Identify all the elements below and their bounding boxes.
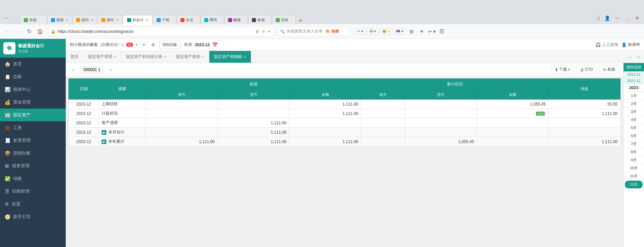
new-tab-button[interactable]: + [296,16,305,25]
tab-close-icon[interactable]: ✕ [202,55,204,59]
next-page-button[interactable]: › [107,66,114,73]
tab-close-icon[interactable]: ✕ [91,18,94,22]
grid-btn[interactable]: ⊞ [407,27,416,36]
period-month-4[interactable]: 4月 [624,116,644,124]
calendar-icon[interactable]: 📅 [212,42,218,47]
guide-icon: 🧭 [5,214,10,220]
tab-yidai-2[interactable]: 易代 ✕ [98,15,122,24]
undo-btn[interactable]: ↩ ▾ [427,27,436,36]
sidebar-item-settlement[interactable]: ✅ 结账 [0,172,66,185]
minimize-panel-button[interactable]: ─ [627,53,634,61]
period-year[interactable]: ‹ 2023 › [624,84,644,92]
tab-qiye[interactable]: 企业 [177,15,200,24]
tab-close-icon[interactable]: ✕ [66,18,68,22]
cell-orig-balance: 1,111.00 [289,137,361,146]
sidebar-item-report[interactable]: 📊 报表中心 [0,83,66,96]
tab-fixed-assets-category[interactable]: 固定资产类别 ✕ [171,51,209,63]
tab-close-icon[interactable]: ✕ [114,55,116,59]
tab-label: 易代 [107,17,114,22]
sidebar-item-invoice[interactable]: 🧾 发票管理 [0,134,66,147]
add-account-button[interactable]: + [141,42,147,48]
fullscreen-panel-button[interactable]: ⤡ [635,53,642,61]
tab-fixed-assets-mgmt[interactable]: 固定资产管理 ✕ [84,51,121,63]
sidebar-item-archive[interactable]: 🗄 归档管理 [0,185,66,198]
search-bar[interactable]: 🔍 央视更新主持人名单 🔥 热搜 [276,26,350,37]
period-month-9[interactable]: 9月 [624,156,644,164]
chevron-down-icon[interactable]: ▾ [268,29,270,34]
tab-tengxun[interactable]: 腾讯 [201,15,224,24]
tab-label: 个税 [162,17,169,22]
user-profile-button[interactable]: 👤 徐译华 [622,42,640,48]
period-month-11[interactable]: 11月 [624,172,644,180]
invoice-icon: 🧾 [5,138,10,143]
tab-zaixin[interactable]: 在线 [20,15,47,24]
scissors-btn[interactable]: ✂ ▾ [355,28,366,35]
profile-button[interactable]: 👤 [602,13,612,23]
wallet-btn[interactable]: 🐱 ▾ [380,28,392,35]
tab-fixed-assets-detail[interactable]: 固定资产明细账 ✕ [209,51,251,63]
tab-label: 在线 [29,17,37,22]
cell-orig-balance [289,118,361,128]
tab-close-icon[interactable]: ✕ [164,55,166,59]
tab-label: 首页 [70,54,78,60]
period-month-8[interactable]: 8月 [624,148,644,156]
cell-summary: 资产清理 [99,118,146,128]
sidebar-item-funds[interactable]: 💰 资金管理 [0,96,66,109]
game-btn[interactable]: 🎮 ▾ [393,28,406,35]
app-logo: 畅 [3,42,15,54]
translate-btn[interactable]: 译 ▾ [367,28,378,35]
sidebar-item-settings[interactable]: ⚙ 设置 [0,198,66,210]
sidebar-item-home[interactable]: 🏠 首页 [0,58,66,70]
sidebar-item-guide[interactable]: 🧭 新手引导 [0,210,66,223]
menu-btn[interactable]: ☰ [437,27,446,36]
tab-depreciation-stats[interactable]: 固定资产折旧统计表 ✕ [121,51,171,63]
period-month-10[interactable]: 10月 [624,164,644,172]
close-browser-button[interactable]: ✕ [633,13,642,23]
prev-page-button[interactable]: ‹ [70,66,77,73]
tab-yidai-1[interactable]: 易代 ✕ [72,15,97,24]
cell-orig-credit [218,100,289,109]
sidebar-item-ledger[interactable]: 📋 总账 [0,70,66,83]
sidebar-item-fixed-assets[interactable]: 🏢 固定资产 [0,109,66,121]
forward-nav-button[interactable]: → [14,27,23,36]
refresh-button[interactable]: ↻ 刷新 [599,65,619,74]
cell-orig-debit [146,118,218,128]
sidebar-item-salary[interactable]: 💼 工资 [0,121,66,134]
tab-changjie[interactable]: 畅捷 [224,15,248,24]
period-month-12[interactable]: 12月 [625,181,643,189]
tab-xinban[interactable]: 新版 ✕ [47,15,72,24]
tab-close-icon[interactable]: ✕ [244,55,246,59]
maximize-button[interactable]: ⬜ [623,13,632,23]
chevron-right-icon[interactable]: › [639,86,640,90]
tab-close-icon[interactable]: ✕ [116,18,119,22]
period-month-5[interactable]: 5月 [624,124,644,132]
tab-gedi[interactable]: 各地 [248,15,272,24]
switch-version-button[interactable]: 切到旧版 [159,41,180,49]
period-month-2[interactable]: 2月 [624,100,644,108]
sidebar-item-tax[interactable]: 🏛 税务管理 [0,160,66,172]
tab-home[interactable]: 首页 [66,51,84,63]
tab-muqian[interactable]: 目前 [272,15,296,24]
tab-geshui[interactable]: 个税 [153,15,176,24]
reload-nav-button[interactable]: ↻ [25,27,34,36]
settings-gear-icon[interactable]: ⚙ [150,42,157,48]
dropdown-arrow-icon[interactable]: ▾ [136,43,138,47]
period-month-3[interactable]: 3月 [624,108,644,116]
home-nav-button[interactable]: 🏠 [36,27,44,36]
cell-acc-balance [477,137,548,146]
minimize-button[interactable]: ─ [612,13,622,23]
chevron-left-icon[interactable]: ‹ [628,86,629,90]
period-month-6[interactable]: 6月 [624,132,644,140]
period-month-7[interactable]: 7月 [624,140,644,148]
period-month-1[interactable]: 1月 [624,92,644,100]
sun-btn[interactable]: ☀ [417,27,426,36]
download-button[interactable]: ⬇ 下载 ▾ [551,65,574,74]
print-button[interactable]: 🖨 打印 [576,65,597,74]
tab-haokuaiji[interactable]: 好会计 ✕ [123,15,153,24]
sidebar-item-stock[interactable]: 📦 进销台账 [0,147,66,160]
address-bar[interactable]: 🔒 https://cloud.chanjet.com/accounting/u… [46,26,274,37]
back-nav-button[interactable]: ← [3,27,12,36]
back-button[interactable]: ← [2,13,11,23]
service-button[interactable]: 🎧 人工咨询 [596,42,618,48]
tab-close-icon[interactable]: ✕ [146,18,148,22]
